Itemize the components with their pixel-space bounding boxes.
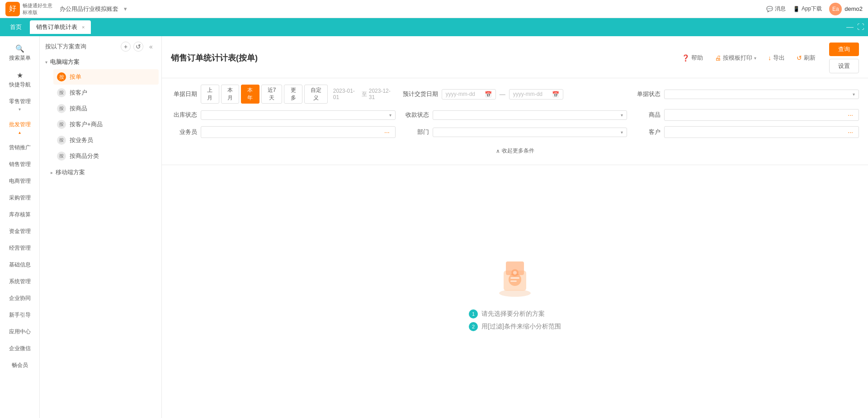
message-btn[interactable]: 💬 消息 xyxy=(766,5,786,13)
logo: 好 畅捷通好生意 标准版 xyxy=(5,2,52,16)
salesman-more-btn[interactable]: ··· xyxy=(382,128,392,136)
sidebar-item-member[interactable]: 畅会员 xyxy=(0,357,39,374)
sidebar-item-inventory[interactable]: 库存核算 xyxy=(0,206,39,223)
sidebar-item-operations[interactable]: 经营管理 xyxy=(0,240,39,256)
logo-icon: 好 xyxy=(5,2,20,16)
filter-block-customer: 客户 ··· xyxy=(634,126,859,138)
status-select[interactable]: ▾ xyxy=(664,90,859,99)
sidebar-item-basic[interactable]: 基础信息 xyxy=(0,256,39,273)
main-layout: 🔍 搜索菜单 ★ 快捷导航 零售管理 ▾ 批发管理 ▴ 营销推广 销售管理 电商… xyxy=(0,36,868,418)
goods-select[interactable]: ··· xyxy=(664,109,859,121)
scheme-item-by-customer[interactable]: 按 按客户 xyxy=(53,85,159,100)
customer-more-btn[interactable]: ··· xyxy=(846,128,855,136)
sidebar-item-finance[interactable]: 资金管理 xyxy=(0,223,39,240)
app-title-dropdown[interactable]: ▾ xyxy=(124,5,127,12)
expected-date-from[interactable]: yyyy-mm-dd 📅 xyxy=(442,89,496,100)
receipt-status-label: 收款状态 xyxy=(403,111,429,119)
tab-active[interactable]: 销售订单统计表 × xyxy=(30,20,91,34)
sidebar-item-wecom[interactable]: 企业微信 xyxy=(0,340,39,357)
sidebar-item-appcenter[interactable]: 应用中心 xyxy=(0,323,39,340)
left-panel-title: 按以下方案查询 xyxy=(45,43,86,51)
tab-minimize-btn[interactable]: — xyxy=(846,23,854,31)
sidebar-item-collab[interactable]: 企业协同 xyxy=(0,290,39,307)
sidebar-item-sales[interactable]: 销售管理 xyxy=(0,156,39,173)
export-btn[interactable]: ↓ 导出 xyxy=(764,52,788,64)
print-icon: 🖨 xyxy=(715,54,721,62)
print-dropdown-icon: ▾ xyxy=(754,56,756,61)
help-btn[interactable]: ❓ 帮助 xyxy=(678,52,707,64)
filter-block-status: 单据状态 ▾ xyxy=(634,90,859,99)
export-icon: ↓ xyxy=(768,54,771,62)
tab-bar-actions: — ⛶ xyxy=(846,23,864,31)
add-scheme-btn[interactable]: + xyxy=(121,42,131,52)
collapse-panel-btn[interactable]: « xyxy=(146,42,156,52)
filter-row-3: 业务员 ··· 部门 ▾ 客户 xyxy=(171,126,859,138)
date-btn-more[interactable]: 更多 xyxy=(284,85,302,104)
tab-home[interactable]: 首页 xyxy=(4,20,28,34)
svg-point-7 xyxy=(513,271,517,275)
scheme-icon-cg: 按 xyxy=(57,120,66,129)
sidebar-item-search[interactable]: 🔍 搜索菜单 xyxy=(0,40,39,66)
scheme-group-mobile: ▸ 移动端方案 xyxy=(40,166,161,179)
scheme-group-pc-header[interactable]: ▾ 电脑端方案 xyxy=(40,55,161,69)
receipt-status-select[interactable]: ▾ xyxy=(433,110,627,120)
top-bar: 好 畅捷通好生意 标准版 办公用品行业模拟账套 ▾ 💬 消息 📱 App下载 E… xyxy=(0,0,868,18)
sidebar-item-system[interactable]: 系统管理 xyxy=(0,273,39,290)
date-btn-custom[interactable]: 自定义 xyxy=(304,85,328,104)
help-icon: ❓ xyxy=(682,54,689,62)
date-btn-thisyear[interactable]: 本年 xyxy=(241,85,259,104)
quicknav-icon: ★ xyxy=(17,71,23,80)
cal-icon-to: 📅 xyxy=(552,91,559,98)
cal-icon-from: 📅 xyxy=(485,91,492,98)
sidebar-item-purchase[interactable]: 采购管理 xyxy=(0,190,39,206)
sidebar-item-ecommerce[interactable]: 电商管理 xyxy=(0,173,39,190)
date-btn-lastmonth[interactable]: 上月 xyxy=(201,85,219,104)
page-header-actions: ❓ 帮助 🖨 按模板打印 ▾ ↓ 导出 ↺ 刷新 xyxy=(678,43,859,73)
refresh-btn[interactable]: ↺ 刷新 xyxy=(793,52,819,64)
customer-select[interactable]: ··· xyxy=(664,126,859,138)
refresh-scheme-btn[interactable]: ↺ xyxy=(133,42,143,52)
tab-maximize-btn[interactable]: ⛶ xyxy=(857,23,864,31)
out-status-label: 出库状态 xyxy=(171,111,197,119)
tab-close-btn[interactable]: × xyxy=(82,24,85,30)
scheme-items: 按 按单 按 按客户 按 按商品 按 按客户+商品 xyxy=(40,69,161,164)
collapse-icon: ∧ xyxy=(496,148,500,154)
goods-more-btn[interactable]: ··· xyxy=(846,111,855,119)
tip-num-1: 1 xyxy=(469,309,478,318)
expected-date-to[interactable]: yyyy-mm-dd 📅 xyxy=(509,89,563,100)
scheme-item-by-order[interactable]: 按 按单 xyxy=(53,69,159,85)
dept-select[interactable]: ▾ xyxy=(433,128,627,137)
user-area[interactable]: Ea demo2 xyxy=(829,3,863,15)
sidebar-item-wholesale[interactable]: 批发管理 ▴ xyxy=(0,116,39,139)
scheme-item-by-goods[interactable]: 按 按商品 xyxy=(53,101,159,116)
filter-block-receiptstatus: 收款状态 ▾ xyxy=(403,110,627,120)
dash: — xyxy=(500,91,505,98)
empty-tip-1: 1 请先选择要分析的方案 xyxy=(469,309,561,318)
out-status-select[interactable]: ▾ xyxy=(201,110,396,120)
sidebar-item-marketing[interactable]: 营销推广 xyxy=(0,139,39,156)
sidebar-item-newbie[interactable]: 新手引导 xyxy=(0,307,39,323)
collapse-more-btn[interactable]: ∧ 收起更多条件 xyxy=(171,143,859,158)
filter-block-salesman: 业务员 ··· xyxy=(171,126,396,138)
filter-block-expected-date: 预计交货日期 yyyy-mm-dd 📅 — yyyy-mm-dd 📅 xyxy=(403,89,627,100)
scheme-item-by-customer-goods[interactable]: 按 按客户+商品 xyxy=(53,117,159,132)
page-header: 销售订单统计计表(按单) ❓ 帮助 🖨 按模板打印 ▾ ↓ 导出 xyxy=(162,36,868,78)
sidebar-item-quicknav[interactable]: ★ 快捷导航 xyxy=(0,66,39,93)
search-icon: 🔍 xyxy=(15,44,24,53)
message-icon: 💬 xyxy=(766,6,773,12)
app-download-btn[interactable]: 📱 App下载 xyxy=(793,5,822,13)
query-btn[interactable]: 查询 xyxy=(829,43,859,56)
template-print-btn[interactable]: 🖨 按模板打印 ▾ xyxy=(711,52,760,64)
date-btn-7days[interactable]: 近7天 xyxy=(261,85,283,104)
mobile-group-arrow: ▸ xyxy=(51,170,53,175)
empty-svg xyxy=(490,252,540,302)
settings-btn[interactable]: 设置 xyxy=(829,59,859,73)
scheme-group-mobile-header[interactable]: ▸ 移动端方案 xyxy=(45,166,161,179)
scheme-item-by-salesman[interactable]: 按 按业务员 xyxy=(53,133,159,148)
scheme-item-by-category[interactable]: 按 按商品分类 xyxy=(53,148,159,164)
empty-illustration xyxy=(490,252,540,302)
sidebar-item-retail[interactable]: 零售管理 ▾ xyxy=(0,93,39,116)
date-btn-thismonth[interactable]: 本月 xyxy=(221,85,240,104)
salesman-select[interactable]: ··· xyxy=(201,126,396,138)
tab-bar: 首页 销售订单统计表 × — ⛶ xyxy=(0,18,868,36)
